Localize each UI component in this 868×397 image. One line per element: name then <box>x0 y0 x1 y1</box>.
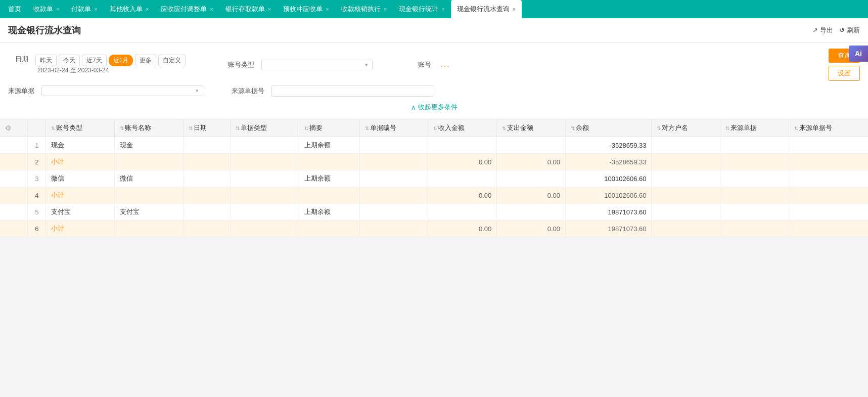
cell-income: 0.00 <box>428 187 497 204</box>
cell-doc_no <box>359 154 428 170</box>
cell-account_name <box>115 220 184 237</box>
nav-item-现金银行流水查询[interactable]: 现金银行流水查询× <box>451 0 522 18</box>
date-btn-自定义[interactable]: 自定义 <box>158 55 186 66</box>
col-header-source_doc[interactable]: ⇅来源单据 <box>720 119 789 137</box>
date-btn-更多[interactable]: 更多 <box>135 55 156 66</box>
account-type-label: 账号类型 <box>224 60 254 69</box>
cell-balance: 100102606.60 <box>566 170 652 187</box>
table-row: 5支付宝支付宝上期余额19871073.60 <box>0 204 868 220</box>
nav-item-收款核销执行[interactable]: 收款核销执行× <box>335 0 393 18</box>
cell-doc_type <box>231 204 299 220</box>
close-icon[interactable]: × <box>441 6 444 12</box>
date-options-group: 昨天今天近7天近1月更多自定义 2023-02-24 至 2023-03-24 <box>35 55 186 75</box>
col-header-counterpart[interactable]: ⇅对方户名 <box>652 119 720 137</box>
sort-icon: ⇅ <box>657 125 661 131</box>
cell-expense: 0.00 <box>497 220 566 237</box>
close-icon[interactable]: × <box>384 6 387 12</box>
close-icon[interactable]: × <box>210 6 213 12</box>
nav-item-付款单[interactable]: 付款单× <box>65 0 103 18</box>
col-header-income[interactable]: ⇅收入金额 <box>428 119 497 137</box>
cell-source_doc_no <box>789 154 868 170</box>
close-icon[interactable]: × <box>94 6 97 12</box>
cell-expense: 0.00 <box>497 187 566 204</box>
ai-badge[interactable]: Ai <box>849 46 868 62</box>
col-header-doc_type[interactable]: ⇅单据类型 <box>231 119 299 137</box>
account-filter: 账号 ... <box>411 60 452 69</box>
source-doc-filter: 来源单据 ▾ <box>8 85 203 96</box>
cell-no: 3 <box>28 170 46 187</box>
cell-income: 0.00 <box>428 154 497 170</box>
nav-item-银行存取款单[interactable]: 银行存取款单× <box>219 0 277 18</box>
collapse-bar[interactable]: ∧ 收起更多条件 <box>8 101 860 113</box>
account-type-select[interactable]: ▾ <box>261 60 373 70</box>
cell-gear <box>0 204 28 220</box>
col-header-account_type[interactable]: ⇅账号类型 <box>46 119 115 137</box>
cell-counterpart <box>652 170 720 187</box>
cell-source_doc <box>720 170 789 187</box>
gear-icon[interactable]: ⚙ <box>5 124 12 132</box>
source-doc-select[interactable]: ▾ <box>41 85 203 96</box>
close-icon[interactable]: × <box>513 6 516 12</box>
cell-expense <box>497 170 566 187</box>
cell-account_name <box>115 154 184 170</box>
dots-button[interactable]: ... <box>438 60 452 69</box>
nav-item-其他收入单[interactable]: 其他收入单× <box>104 0 155 18</box>
close-icon[interactable]: × <box>56 6 59 12</box>
cell-doc_no <box>359 137 428 154</box>
cell-balance: 19871073.60 <box>566 204 652 220</box>
account-type-filter: 账号类型 ▾ <box>224 60 373 70</box>
cell-account_type: 微信 <box>46 170 115 187</box>
refresh-button[interactable]: ↺ 刷新 <box>839 26 860 35</box>
sort-icon: ⇅ <box>120 125 124 131</box>
export-button[interactable]: ↗ 导出 <box>812 26 833 35</box>
sort-icon: ⇅ <box>236 125 240 131</box>
filter-area: 日期 昨天今天近7天近1月更多自定义 2023-02-24 至 2023-03-… <box>0 42 868 119</box>
source-doc-no-input[interactable] <box>271 85 433 97</box>
col-header-summary[interactable]: ⇅摘要 <box>299 119 359 137</box>
cell-doc_type <box>231 170 299 187</box>
table-row: 2小计0.000.00-3528659.33 <box>0 154 868 170</box>
date-range: 2023-02-24 至 2023-03-24 <box>37 66 186 75</box>
cell-account_name <box>115 187 184 204</box>
table-container: ⚙⇅账号类型⇅账号名称⇅日期⇅单据类型⇅摘要⇅单据编号⇅收入金额⇅支出金额⇅余额… <box>0 119 868 237</box>
cell-income <box>428 137 497 154</box>
close-icon[interactable]: × <box>326 6 329 12</box>
col-header-expense[interactable]: ⇅支出金额 <box>497 119 566 137</box>
source-doc-no-filter: 来源单据号 <box>232 85 433 97</box>
cell-income: 0.00 <box>428 220 497 237</box>
close-icon[interactable]: × <box>146 6 149 12</box>
col-header-account_name[interactable]: ⇅账号名称 <box>115 119 184 137</box>
col-header-date[interactable]: ⇅日期 <box>183 119 230 137</box>
col-header-doc_no[interactable]: ⇅单据编号 <box>359 119 428 137</box>
col-header-source_doc_no[interactable]: ⇅来源单据号 <box>789 119 868 137</box>
col-header-no[interactable] <box>28 119 46 137</box>
date-btn-今天[interactable]: 今天 <box>59 55 80 66</box>
col-header-balance[interactable]: ⇅余额 <box>566 119 652 137</box>
nav-item-预收冲应收单[interactable]: 预收冲应收单× <box>277 0 335 18</box>
export-icon: ↗ <box>812 26 818 34</box>
filter-row-1: 日期 昨天今天近7天近1月更多自定义 2023-02-24 至 2023-03-… <box>8 49 860 81</box>
cell-doc_no <box>359 204 428 220</box>
cell-income <box>428 204 497 220</box>
cell-source_doc <box>720 137 789 154</box>
cell-balance: 19871073.60 <box>566 220 652 237</box>
date-btn-近7天[interactable]: 近7天 <box>82 55 107 66</box>
close-icon[interactable]: × <box>268 6 271 12</box>
col-header-gear[interactable]: ⚙ <box>0 119 28 137</box>
page-title: 现金银行流水查询 <box>8 24 81 36</box>
chevron-down-icon: ▾ <box>365 62 368 68</box>
settings-button[interactable]: 设置 <box>829 66 860 81</box>
cell-summary: 上期余额 <box>299 204 359 220</box>
nav-item-首页[interactable]: 首页 <box>2 0 27 18</box>
nav-item-收款单[interactable]: 收款单× <box>27 0 65 18</box>
date-btn-昨天[interactable]: 昨天 <box>35 55 57 66</box>
nav-item-应收应付调整单[interactable]: 应收应付调整单× <box>155 0 219 18</box>
nav-item-现金银行统计[interactable]: 现金银行统计× <box>393 0 450 18</box>
cell-no: 2 <box>28 154 46 170</box>
date-options: 昨天今天近7天近1月更多自定义 <box>35 55 186 66</box>
cell-doc_type <box>231 187 299 204</box>
date-btn-近1月[interactable]: 近1月 <box>109 55 133 66</box>
cell-balance: -3528659.33 <box>566 137 652 154</box>
sort-icon: ⇅ <box>304 125 308 131</box>
sort-icon: ⇅ <box>189 125 193 131</box>
